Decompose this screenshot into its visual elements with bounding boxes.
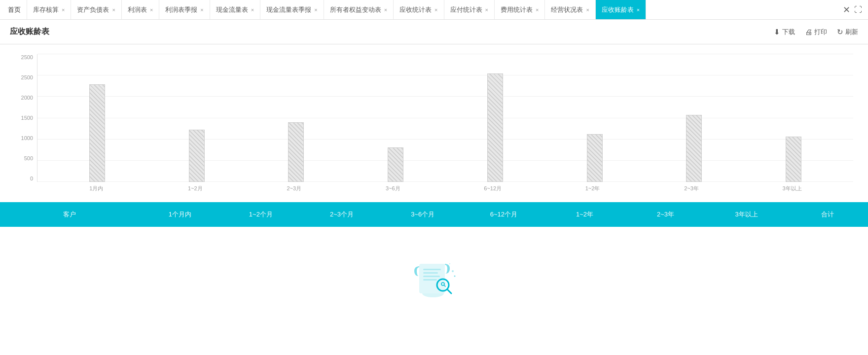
chart-plot: 1月内 1~2月 2~3月 3~6月 6~12月 1~2年 2~3年 3年以上 [37,54,853,192]
print-button[interactable]: 🖨 打印 [805,28,827,36]
table-header: 客户 1个月内 1~2个月 2~3个月 3~6个月 6~12个月 1~2年 2~… [0,202,868,227]
empty-state [0,227,868,320]
tab-payable-stat-label: 应付统计表 [450,5,482,14]
bar-3 [388,147,403,182]
tab-home[interactable]: 首页 [2,0,27,20]
y-label-0: 0 [30,176,33,181]
x-axis: 1月内 1~2月 2~3月 3~6月 6~12月 1~2年 2~3年 3年以上 [37,182,853,192]
tab-payable-stat[interactable]: 应付统计表 × [444,0,495,20]
download-icon: ⬇ [774,28,780,36]
tab-cashflow[interactable]: 现金流量表 × [210,0,260,20]
bar-group-5 [587,134,603,182]
tab-balance-sheet-label: 资产负债表 [77,5,109,14]
tab-profit-close[interactable]: × [150,7,153,13]
tab-expense-stat[interactable]: 费用统计表 × [495,0,545,20]
tab-operation-label: 经营状况表 [551,5,583,14]
x-label-5: 1~2年 [585,185,601,192]
refresh-label: 刷新 [845,28,858,36]
download-label: 下载 [782,28,795,36]
bar-group-2 [288,122,304,182]
tab-cashflow-quarterly-label: 现金流量表季报 [266,5,311,14]
empty-state-icon [409,256,459,301]
tab-receivable-stat-close[interactable]: × [434,7,437,13]
bar-group-0 [89,84,105,182]
svg-rect-1 [419,264,445,293]
window-maximize-icon[interactable]: ⛶ [854,5,862,14]
bar-0 [89,84,105,182]
tab-cashflow-quarterly[interactable]: 现金流量表季报 × [260,0,324,20]
tab-profit-quarterly-label: 利润表季报 [165,5,197,14]
tab-receivable-stat-label: 应收统计表 [399,5,432,14]
tab-inventory-label: 库存核算 [33,5,59,14]
tab-profit-quarterly[interactable]: 利润表季报 × [159,0,210,20]
tab-profit-quarterly-close[interactable]: × [200,7,203,13]
refresh-button[interactable]: ↻ 刷新 [837,28,858,36]
bar-group-7 [786,137,801,182]
tab-aging[interactable]: 应收账龄表 × [596,0,646,20]
download-button[interactable]: ⬇ 下载 [774,28,795,36]
window-close-icon[interactable]: ✕ [843,4,850,15]
th-3plus-year: 3年以上 [706,210,787,219]
print-icon: 🖨 [805,28,812,36]
tab-balance-sheet[interactable]: 资产负债表 × [71,0,121,20]
svg-point-12 [454,276,456,277]
svg-rect-5 [423,279,437,281]
tab-home-label: 首页 [8,5,21,14]
tab-bar: 首页 库存核算 × 资产负债表 × 利润表 × 利润表季报 × 现金流量表 × … [0,0,868,20]
chart-area: 0 500 1000 1500 2000 2500 2500 [0,44,868,197]
tab-cashflow-quarterly-close[interactable]: × [314,7,317,13]
y-label-1000: 1000 [21,135,33,141]
th-2-3month: 2~3个月 [301,210,382,219]
y-label-2000: 2000 [21,95,33,101]
x-label-7: 3年以上 [783,185,802,192]
tab-equity-close[interactable]: × [384,7,387,13]
tab-inventory-close[interactable]: × [62,7,65,13]
x-label-4: 6~12月 [484,185,502,192]
tab-expense-stat-label: 费用统计表 [501,5,533,14]
th-6-12month: 6~12个月 [463,210,544,219]
svg-rect-3 [423,272,438,274]
y-label-1500: 1500 [21,115,33,121]
tab-aging-close[interactable]: × [637,7,640,13]
th-2-3year: 2~3年 [625,210,706,219]
x-label-1: 1~2月 [187,185,203,192]
tab-profit-label: 利润表 [128,5,147,14]
tab-equity-label: 所有者权益变动表 [330,5,381,14]
tab-profit[interactable]: 利润表 × [122,0,159,20]
tab-balance-sheet-close[interactable]: × [112,7,115,13]
tab-operation-close[interactable]: × [586,7,589,13]
bar-2 [288,122,304,182]
y-label-2500a: 2500 [21,74,33,80]
print-label: 打印 [814,28,827,36]
chart-container: 0 500 1000 1500 2000 2500 2500 [15,54,853,192]
page-actions: ⬇ 下载 🖨 打印 ↻ 刷新 [774,28,858,36]
bar-group-1 [189,130,205,182]
th-3-6month: 3~6个月 [382,210,463,219]
x-label-2: 2~3月 [286,185,302,192]
x-label-0: 1月内 [88,185,104,192]
bar-6 [686,115,702,182]
main-content: 0 500 1000 1500 2000 2500 2500 [0,44,868,355]
bar-group-4 [487,73,503,182]
bars-row [37,54,853,182]
svg-point-13 [449,263,450,264]
y-label-2500b: 2500 [21,54,33,60]
th-1-2month: 1~2个月 [220,210,301,219]
tab-payable-stat-close[interactable]: × [485,7,488,13]
tab-inventory[interactable]: 库存核算 × [27,0,71,20]
tab-receivable-stat[interactable]: 应收统计表 × [394,0,444,20]
page-header: 应收账龄表 ⬇ 下载 🖨 打印 ↻ 刷新 [0,20,868,44]
tab-bar-actions: ✕ ⛶ [843,4,866,15]
tab-equity[interactable]: 所有者权益变动表 × [324,0,394,20]
x-label-3: 3~6月 [385,185,401,192]
y-label-500: 500 [24,155,33,161]
empty-icon-container [409,256,459,301]
bar-4 [487,73,503,182]
bar-group-6 [686,115,702,182]
tab-cashflow-close[interactable]: × [251,7,254,13]
x-label-6: 2~3年 [684,185,699,192]
svg-rect-4 [423,276,440,277]
tab-expense-stat-close[interactable]: × [536,7,539,13]
tab-operation[interactable]: 经营状况表 × [545,0,595,20]
svg-line-8 [447,289,451,293]
